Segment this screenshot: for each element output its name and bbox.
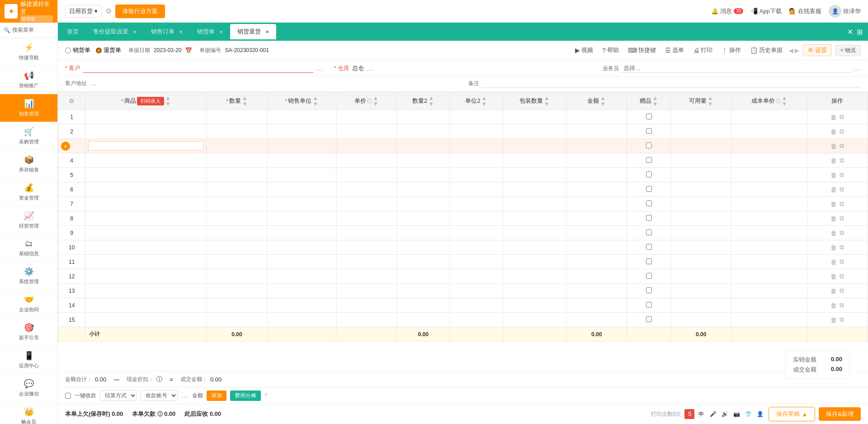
app-download-btn[interactable]: 📲 App下载 [750,7,782,15]
logistics-btn[interactable]: + 物流 [835,45,861,56]
salesperson-dots[interactable]: … [854,64,861,72]
sidebar-item-member[interactable]: 👑 畅会员 [0,402,57,424]
sidebar-item-inventory[interactable]: 📦 库存核算 [0,150,57,178]
product-input-3[interactable] [88,141,203,151]
gift-checkbox-6[interactable] [646,186,652,192]
warehouse-dots[interactable]: … [367,64,374,72]
tab-sales-order-close[interactable]: ✕ [179,29,183,34]
delete-row-btn[interactable]: 🗑 [830,273,837,280]
delete-row-btn[interactable]: 🗑 [830,172,837,179]
gift-checkbox-9[interactable] [646,229,652,235]
radio-sales-delivery[interactable]: 销货单 [65,46,90,54]
delete-row-btn[interactable]: 🗑 [830,143,837,150]
delete-row-btn[interactable]: 🗑 [830,114,837,121]
toolbar-help[interactable]: ? 帮助 [599,45,622,56]
search-menu[interactable]: 🔍 搜索菜单 [0,23,57,38]
gift-checkbox-2[interactable] [646,128,652,134]
industry-select[interactable]: 日用百货 ▾ [65,5,102,18]
add-row-btn[interactable]: + [61,142,70,151]
toolbar-video[interactable]: ▶ 视频 [572,45,596,56]
delete-row-btn[interactable]: 🗑 [830,302,837,309]
tab-sales-delivery-close[interactable]: ✕ [219,29,223,34]
taskbar-zh[interactable]: 中 [696,409,706,419]
gift-checkbox-10[interactable] [646,244,652,250]
toolbar-shortcut[interactable]: ⌨ 快捷键 [625,45,659,56]
copy-row-btn[interactable]: ⧉ [840,142,844,150]
sidebar-item-purchase[interactable]: 🛒 采购管理 [0,122,57,150]
taskbar-person[interactable]: 👤 [755,409,765,419]
copy-row-btn[interactable]: ⧉ [840,186,844,193]
gift-checkbox-8[interactable] [646,215,652,221]
add-payment-btn[interactable]: 添加 [207,391,226,401]
gift-checkbox-1[interactable] [646,114,652,119]
table-gear-icon[interactable]: ⚙ [69,97,75,105]
customer-dots[interactable]: … [316,64,323,72]
message-btn[interactable]: 🔔 消息 70 [711,7,743,15]
customer-input[interactable] [83,64,313,73]
discount-info-icon[interactable]: ⓘ [156,375,162,383]
debt-info-icon[interactable]: ⓘ [157,411,163,417]
gift-checkbox-3[interactable] [646,143,652,148]
delete-row-btn[interactable]: 🗑 [830,287,837,295]
user-profile[interactable]: 👤 徐泽华 [829,5,861,18]
tab-price-setting[interactable]: 售价提取设置 ✕ [86,24,144,39]
save-new-btn[interactable]: 保存&新增 [819,407,861,421]
delete-row-btn[interactable]: 🗑 [830,157,837,164]
taskbar-s[interactable]: S [684,409,694,419]
tab-sales-delivery[interactable]: 销货单 ✕ [190,24,230,39]
experience-btn[interactable]: 体验行业方案 [115,5,165,18]
delete-row-btn[interactable]: 🗑 [830,229,837,237]
copy-row-btn[interactable]: ⧉ [840,243,844,251]
taskbar-voice[interactable]: 🔊 [720,409,730,419]
delete-row-btn[interactable]: 🗑 [830,128,837,135]
fee-info-icon[interactable]: ? [264,392,268,399]
account-select[interactable]: 收款账号 [141,390,178,401]
topbar-gear-icon[interactable]: ⚙ [105,7,112,15]
gift-checkbox-12[interactable] [646,273,652,279]
delete-row-btn[interactable]: 🗑 [830,258,837,266]
delete-row-btn[interactable]: 🗑 [830,200,837,208]
sidebar-item-finance[interactable]: 💰 资金管理 [0,178,57,206]
save-draft-btn[interactable]: 保存草稿 ▲ [769,407,815,421]
online-service-btn[interactable]: 💁 在线客服 [789,7,821,15]
sidebar-item-guide[interactable]: 🎯 新手引导 [0,318,57,346]
address-dots[interactable]: … [90,79,97,87]
taskbar-cam[interactable]: 📷 [731,409,741,419]
settings-btn[interactable]: ⚙ 设置 [803,44,831,56]
salesperson-input[interactable] [622,64,851,73]
tab-sales-order[interactable]: 销售订单 ✕ [144,24,190,39]
one-click-payment-checkbox[interactable] [65,393,71,399]
delete-row-btn[interactable]: 🗑 [830,244,837,251]
account-dots[interactable]: … [181,391,189,400]
gift-checkbox-4[interactable] [646,157,652,163]
copy-row-btn[interactable]: ⧉ [840,128,844,135]
gift-checkbox-11[interactable] [646,258,652,264]
taskbar-mic[interactable]: 🎤 [708,409,718,419]
gift-checkbox-13[interactable] [646,287,652,293]
tab-maximize[interactable]: ⊞ [857,28,863,36]
notes-input[interactable] [482,79,861,88]
toolbar-history[interactable]: 📋 历史单据 [747,45,785,56]
toolbar-print[interactable]: 🖨 打印 [690,45,715,56]
copy-row-btn[interactable]: ⧉ [840,316,844,324]
sidebar-item-enterprise[interactable]: 🤝 企业协同 [0,290,57,318]
settlement-select[interactable]: 结算方式 [100,390,137,401]
gift-checkbox-14[interactable] [646,302,652,308]
sidebar-item-quick-nav[interactable]: ⚡ 快捷导航 [0,38,57,66]
gift-checkbox-5[interactable] [646,172,652,177]
gift-checkbox-15[interactable] [646,316,652,322]
delete-row-btn[interactable]: 🗑 [830,186,837,193]
gift-checkbox-7[interactable] [646,200,652,206]
copy-row-btn[interactable]: ⧉ [840,301,844,309]
toolbar-select[interactable]: ☰ 选单 [662,45,687,56]
copy-row-btn[interactable]: ⧉ [840,171,844,179]
tab-sales-return[interactable]: 销货退货 ✕ [230,24,276,39]
calendar-icon[interactable]: 📅 [185,47,192,54]
sidebar-item-operations[interactable]: 📈 经营管理 [0,206,57,234]
copy-row-btn[interactable]: ⧉ [840,272,844,280]
delete-row-btn[interactable]: 🗑 [830,316,837,324]
radio-sales-return[interactable]: 退货单 [96,46,121,54]
fee-split-btn[interactable]: 费用分摊 [230,391,261,401]
toolbar-ops[interactable]: ⋮ 操作 [719,45,744,56]
sidebar-item-apps[interactable]: 📱 应用中心 [0,346,57,374]
